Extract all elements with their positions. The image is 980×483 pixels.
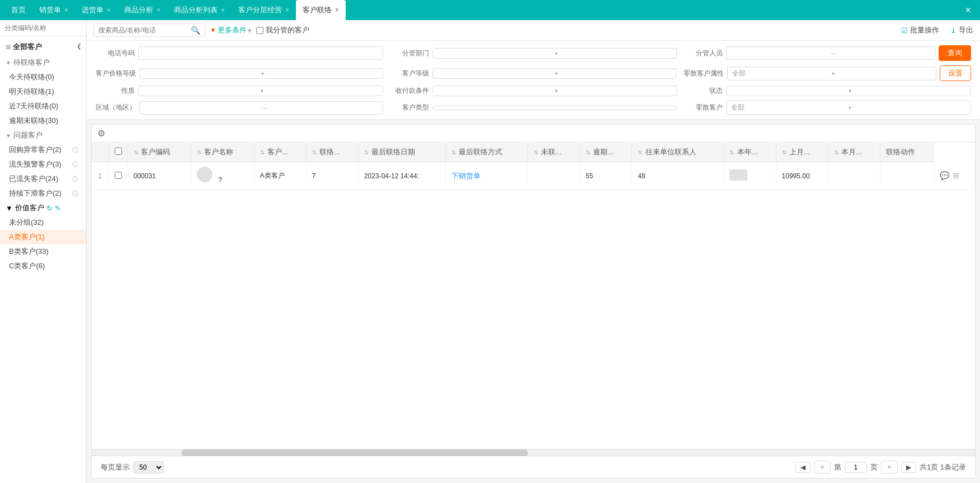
nature-select[interactable]: ▾ bbox=[138, 86, 383, 96]
sidebar-collapse-icon[interactable]: 《 bbox=[74, 42, 81, 52]
region-select[interactable]: ··· bbox=[139, 101, 383, 115]
sidebar-problem-group[interactable]: ▼ 问题客户 bbox=[0, 128, 86, 143]
tab-product-analysis[interactable]: 商品分析 × bbox=[117, 0, 167, 20]
row-checkbox[interactable] bbox=[115, 172, 122, 179]
table-settings-icon[interactable]: ⚙ bbox=[97, 128, 105, 139]
triangle-down-icon-2: ▼ bbox=[6, 132, 11, 139]
sidebar-item-ungrouped[interactable]: 未分组(32) bbox=[0, 215, 86, 230]
sidebar-item-7days[interactable]: 近7天待联络(0) bbox=[0, 99, 86, 113]
close-tab-sales-order[interactable]: × bbox=[64, 6, 68, 14]
cust-level-dropdown-icon: ▾ bbox=[555, 70, 672, 77]
close-tab-purchase[interactable]: × bbox=[107, 6, 111, 14]
tab-customer-contact[interactable]: 客户联络 × bbox=[296, 0, 346, 20]
col-overdue[interactable]: ⇅ 逾期... bbox=[580, 143, 632, 162]
tab-sales-order[interactable]: 销货单 × bbox=[32, 0, 75, 20]
page-size-select[interactable]: 50 100 200 bbox=[133, 461, 164, 473]
tab-home[interactable]: 首页 bbox=[4, 0, 32, 20]
region-dots-icon: ··· bbox=[261, 103, 378, 112]
last-page-btn[interactable]: ▶ bbox=[901, 462, 916, 473]
main-layout: 🔍 ⊞ 全部客户 《 ▼ 待联络客户 今天待联络(0) 明天待联络(1) bbox=[0, 20, 980, 483]
first-page-btn[interactable]: ◀ bbox=[795, 462, 811, 473]
qr-action-icon[interactable]: ⊞ bbox=[953, 171, 959, 180]
sidebar-item-overdue[interactable]: 逾期未联络(30) bbox=[0, 113, 86, 128]
close-tab-segment[interactable]: × bbox=[285, 6, 289, 14]
main-search-input[interactable] bbox=[98, 26, 189, 34]
tab-purchase-order[interactable]: 进货单 × bbox=[75, 0, 117, 20]
col-customer-code[interactable]: ⇅ 客户编码 bbox=[128, 143, 191, 162]
page-number-input[interactable] bbox=[845, 462, 867, 473]
nature-dropdown-icon: ▾ bbox=[261, 88, 378, 94]
info-icon-4: ⓘ bbox=[72, 190, 78, 198]
close-all-tabs-btn[interactable]: × bbox=[960, 4, 976, 16]
dept-select[interactable]: ▾ bbox=[432, 48, 677, 59]
phone-input[interactable] bbox=[138, 46, 383, 60]
col-contact-count[interactable]: ⇅ 联络... bbox=[306, 143, 358, 162]
retail-customer-field: 零散客户 全部 ▾ bbox=[684, 101, 971, 115]
customer-type-select[interactable] bbox=[432, 106, 677, 110]
retail-customer-select[interactable]: 全部 ▾ bbox=[726, 101, 971, 115]
triangle-down-icon: ▼ bbox=[6, 60, 11, 66]
sidebar-item-churn-warning[interactable]: 流失预警客户(3) ⓘ bbox=[0, 157, 86, 172]
filter-bar: 🔍 ▼ 更多条件 ▾ 我分管的客户 ☑ 批量操作 ⤓ 导出 bbox=[87, 20, 980, 41]
prev-page-btn[interactable]: ＜ bbox=[814, 461, 831, 473]
contact-method-link[interactable]: 下销货单 bbox=[451, 172, 480, 180]
horizontal-scrollbar[interactable] bbox=[92, 449, 975, 456]
col-last-contact-method[interactable]: ⇅ 最后联络方式 bbox=[445, 143, 527, 162]
sidebar-pending-group[interactable]: ▼ 待联络客户 bbox=[0, 55, 86, 70]
tab-product-analysis-list[interactable]: 商品分析列表 × bbox=[167, 0, 232, 20]
batch-ops-btn[interactable]: ☑ 批量操作 bbox=[901, 25, 939, 35]
status-dropdown-icon: ▾ bbox=[849, 88, 966, 94]
person-field: 分管人员 ··· 查询 bbox=[684, 45, 971, 61]
settings-btn[interactable]: 设置 bbox=[940, 65, 971, 81]
sidebar-item-churned[interactable]: 已流失客户(24) ⓘ bbox=[0, 172, 86, 186]
row-overdue: 55 bbox=[580, 162, 632, 190]
edit-value-icon[interactable]: ✎ bbox=[55, 204, 61, 212]
sidebar-item-class-b[interactable]: B类客户(33) bbox=[0, 244, 86, 259]
close-tab-product-analysis[interactable]: × bbox=[157, 6, 161, 14]
query-btn[interactable]: 查询 bbox=[939, 45, 971, 61]
tab-customer-segment[interactable]: 客户分层经营 × bbox=[232, 0, 296, 20]
row-code: 000031 bbox=[128, 162, 191, 190]
sidebar-item-declining[interactable]: 持续下滑客户(2) ⓘ bbox=[0, 186, 86, 201]
col-this-month[interactable]: ⇅ 本月... bbox=[828, 143, 880, 162]
sidebar-item-today[interactable]: 今天待联络(0) bbox=[0, 70, 86, 84]
col-no-contact[interactable]: ⇅ 未联... bbox=[527, 143, 579, 162]
next-page-btn[interactable]: ＞ bbox=[881, 461, 898, 473]
col-this-year[interactable]: ⇅ 本年... bbox=[724, 143, 776, 162]
sort-icon-level: ⇅ bbox=[260, 149, 265, 155]
retail-attr-select[interactable]: 全部 ▾ bbox=[727, 67, 936, 80]
dept-field: 分管部门 ▾ bbox=[390, 48, 677, 59]
sidebar-all-customers[interactable]: ⊞ 全部客户 《 bbox=[0, 39, 86, 55]
sidebar-item-tomorrow[interactable]: 明天待联络(1) bbox=[0, 84, 86, 99]
customer-avatar bbox=[197, 167, 213, 182]
main-search-icon[interactable]: 🔍 bbox=[191, 26, 200, 35]
sidebar-search-input[interactable] bbox=[4, 24, 87, 32]
person-select[interactable]: ··· bbox=[726, 46, 935, 60]
select-all-checkbox[interactable] bbox=[115, 148, 122, 155]
export-btn[interactable]: ⤓ 导出 bbox=[950, 25, 973, 35]
chat-action-icon[interactable]: 💬 bbox=[940, 171, 949, 180]
col-checkbox bbox=[109, 143, 128, 162]
col-customer-level[interactable]: ⇅ 客户... bbox=[254, 143, 306, 162]
col-company-contact[interactable]: ⇅ 往来单位联系人 bbox=[632, 143, 724, 162]
payment-select[interactable]: ▾ bbox=[432, 86, 677, 96]
sidebar-item-class-a[interactable]: A类客户(1) bbox=[0, 230, 86, 244]
sidebar-item-rebuy-abnormal[interactable]: 回购异常客户(2) ⓘ bbox=[0, 143, 86, 157]
col-last-contact-date[interactable]: ⇅ 最后联络日期 bbox=[358, 143, 445, 162]
close-tab-contact[interactable]: × bbox=[335, 6, 339, 14]
table-scroll-area[interactable]: ⇅ 客户编码 ⇅ 客户名称 ⇅ 客户... bbox=[92, 143, 975, 449]
my-customers-checkbox[interactable] bbox=[256, 27, 263, 34]
customer-level-select[interactable]: ▾ bbox=[432, 68, 677, 79]
scrollbar-thumb[interactable] bbox=[181, 449, 528, 456]
customer-level-field: 客户等级 ▾ bbox=[390, 68, 677, 79]
col-customer-name[interactable]: ⇅ 客户名称 bbox=[191, 143, 254, 162]
refresh-value-icon[interactable]: ↻ bbox=[46, 204, 53, 212]
col-actions: 联络动作 bbox=[880, 143, 934, 162]
filter-icon: ▼ bbox=[210, 26, 216, 34]
more-conditions-btn[interactable]: ▼ 更多条件 ▾ bbox=[210, 25, 252, 35]
price-level-select[interactable]: ▾ bbox=[139, 68, 383, 79]
close-tab-product-list[interactable]: × bbox=[221, 6, 225, 14]
status-select[interactable]: ▾ bbox=[726, 86, 971, 96]
col-last-month[interactable]: ⇅ 上月... bbox=[776, 143, 828, 162]
sidebar-item-class-c[interactable]: C类客户(6) bbox=[0, 259, 86, 273]
